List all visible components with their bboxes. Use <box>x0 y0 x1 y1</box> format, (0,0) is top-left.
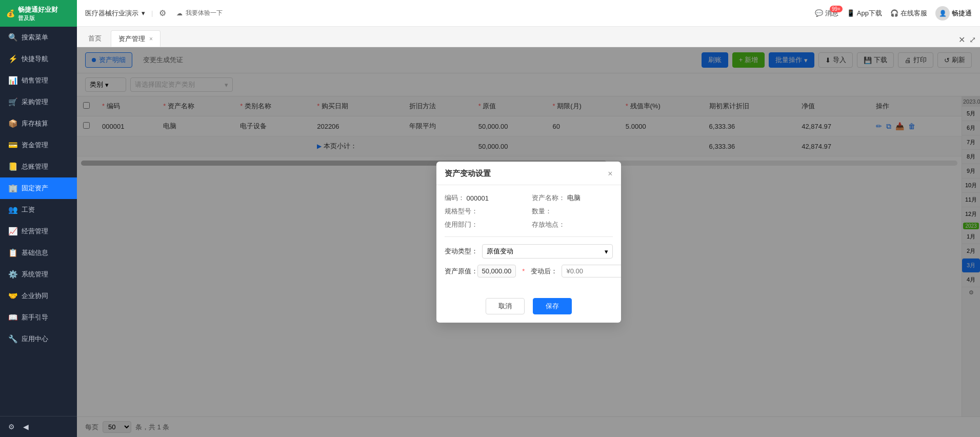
settings-icon[interactable]: ⚙ <box>8 423 15 431</box>
logo-sub: 普及版 <box>18 14 58 22</box>
chevron-down-icon: ▾ <box>605 248 608 255</box>
modal-spec-field: 规格型号： <box>445 207 526 216</box>
service-label: 在线客服 <box>901 9 927 18</box>
sidebar-nav: 🔍 搜索菜单 ⚡ 快捷导航 📊 销售管理 🛒 采购管理 📦 库存核算 💳 资金管… <box>0 27 77 416</box>
change-type-label: 变动类型： <box>445 247 478 256</box>
sidebar-label-2: 销售管理 <box>22 76 48 85</box>
topbar: 医疗器械行业演示 ▾ | ⚙ ☁ 我要体验一下 💬 消息 99+ 📱 App下载… <box>77 0 980 27</box>
notification-btn[interactable]: 💬 消息 99+ <box>815 9 838 18</box>
sidebar-item-6[interactable]: 📒 总账管理 <box>0 156 77 177</box>
sidebar-item-13[interactable]: 📖 新手引导 <box>0 307 77 328</box>
sidebar-logo: 💰 畅捷通好业财 普及版 <box>0 0 77 27</box>
user-btn[interactable]: 👤 畅捷通 <box>935 6 972 21</box>
sidebar-icon-1: ⚡ <box>8 54 17 64</box>
window-close-icon[interactable]: ✕ <box>958 35 965 45</box>
sidebar-label-13: 新手引导 <box>22 313 48 322</box>
modal-divider <box>445 236 613 237</box>
sidebar-icon-2: 📊 <box>8 76 17 85</box>
original-value-display: 50,000.00 <box>477 265 516 277</box>
sidebar-label-6: 总账管理 <box>22 162 48 171</box>
sidebar-label-1: 快捷导航 <box>22 54 48 64</box>
sidebar-item-4[interactable]: 📦 库存核算 <box>0 113 77 134</box>
logo-name: 畅捷通好业财 <box>18 5 58 14</box>
tab-close-icon[interactable]: × <box>149 35 153 43</box>
cancel-btn[interactable]: 取消 <box>486 298 525 314</box>
required-star: * <box>522 267 525 275</box>
sidebar-label-11: 系统管理 <box>22 270 48 279</box>
sidebar-item-14[interactable]: 🔧 应用中心 <box>0 328 77 350</box>
sidebar-icon-13: 📖 <box>8 313 17 322</box>
sidebar-label-8: 工资 <box>22 205 35 214</box>
sidebar: 💰 畅捷通好业财 普及版 🔍 搜索菜单 ⚡ 快捷导航 📊 销售管理 🛒 采购管理… <box>0 0 77 437</box>
location-label: 存放地点： <box>532 220 565 229</box>
sidebar-label-5: 资金管理 <box>22 141 48 150</box>
online-service-btn[interactable]: 🎧 在线客服 <box>890 9 927 18</box>
topbar-company[interactable]: 医疗器械行业演示 ▾ <box>85 9 145 18</box>
sidebar-item-3[interactable]: 🛒 采购管理 <box>0 91 77 113</box>
sidebar-item-12[interactable]: 🤝 企业协同 <box>0 285 77 307</box>
dropdown-icon: ▾ <box>142 9 145 17</box>
collapse-icon[interactable]: ◀ <box>23 423 29 431</box>
code-value: 000001 <box>467 194 489 202</box>
modal-quantity-field: 数量： <box>532 207 613 216</box>
sidebar-label-4: 库存核算 <box>22 119 48 128</box>
sidebar-label-12: 企业协同 <box>22 291 48 301</box>
sidebar-label-0: 搜索菜单 <box>22 33 48 42</box>
sidebar-icon-9: 📈 <box>8 227 17 236</box>
after-change-input[interactable] <box>562 265 621 277</box>
window-maximize-icon[interactable]: ⤢ <box>969 35 976 45</box>
sidebar-icon-0: 🔍 <box>8 33 17 42</box>
name-value: 电脑 <box>567 193 581 203</box>
app-download-label: App下载 <box>857 9 882 18</box>
quantity-label: 数量： <box>532 207 552 216</box>
app-download-btn[interactable]: 📱 App下载 <box>847 9 882 18</box>
tab-home-label: 首页 <box>88 34 102 43</box>
sidebar-item-1[interactable]: ⚡ 快捷导航 <box>0 48 77 70</box>
sidebar-item-11[interactable]: ⚙️ 系统管理 <box>0 264 77 285</box>
sidebar-icon-10: 📋 <box>8 248 17 257</box>
sidebar-icon-12: 🤝 <box>8 291 17 301</box>
sidebar-item-8[interactable]: 👥 工资 <box>0 199 77 221</box>
cloud-icon: ☁ <box>176 10 183 17</box>
original-value-label: 资产原值： <box>445 267 473 276</box>
company-name: 医疗器械行业演示 <box>85 9 138 18</box>
change-type-value: 原值变动 <box>487 247 513 256</box>
tab-asset-label: 资产管理 <box>118 34 145 44</box>
modal-title: 资产变动设置 <box>445 169 491 178</box>
sidebar-icon-8: 👥 <box>8 205 17 214</box>
sidebar-label-7: 固定资产 <box>22 184 48 193</box>
asset-change-modal: 资产变动设置 × 编码： 000001 资产名称： 电脑 <box>436 162 621 323</box>
change-type-select[interactable]: 原值变动 ▾ <box>482 244 613 259</box>
notification-icon: 💬 <box>815 9 823 17</box>
modal-footer: 取消 保存 <box>436 292 621 323</box>
sidebar-icon-14: 🔧 <box>8 334 17 344</box>
sidebar-item-10[interactable]: 📋 基础信息 <box>0 242 77 264</box>
modal-original-value-field: 资产原值： 50,000.00 * 变动后： <box>445 265 613 277</box>
modal-info-grid: 编码： 000001 资产名称： 电脑 规格型号： 数量： <box>445 193 613 229</box>
sidebar-item-5[interactable]: 💳 资金管理 <box>0 134 77 156</box>
modal-header: 资产变动设置 × <box>436 162 621 185</box>
avatar: 👤 <box>935 6 950 21</box>
sidebar-item-2[interactable]: 📊 销售管理 <box>0 70 77 91</box>
tab-home[interactable]: 首页 <box>81 30 109 47</box>
modal-body: 编码： 000001 资产名称： 电脑 规格型号： 数量： <box>436 185 621 292</box>
save-btn[interactable]: 保存 <box>533 298 572 314</box>
topbar-right: 💬 消息 99+ 📱 App下载 🎧 在线客服 👤 畅捷通 <box>815 6 972 21</box>
settings-icon[interactable]: ⚙ <box>159 8 166 18</box>
username: 畅捷通 <box>952 9 972 18</box>
sidebar-item-9[interactable]: 📈 经营管理 <box>0 221 77 242</box>
sidebar-item-7[interactable]: 🏢 固定资产 <box>0 177 77 199</box>
experience-btn[interactable]: ☁ 我要体验一下 <box>176 9 223 17</box>
sidebar-icon-6: 📒 <box>8 162 17 171</box>
name-label: 资产名称： <box>532 193 565 203</box>
modal-change-type-field: 变动类型： 原值变动 ▾ <box>445 244 613 259</box>
sidebar-icon-4: 📦 <box>8 119 17 128</box>
sidebar-icon-3: 🛒 <box>8 97 17 107</box>
sidebar-item-0[interactable]: 🔍 搜索菜单 <box>0 27 77 48</box>
modal-close-btn[interactable]: × <box>608 169 612 178</box>
main: 医疗器械行业演示 ▾ | ⚙ ☁ 我要体验一下 💬 消息 99+ 📱 App下载… <box>77 0 980 437</box>
sidebar-label-3: 采购管理 <box>22 97 48 107</box>
logo-icon: 💰 <box>6 9 15 17</box>
tab-asset-management[interactable]: 资产管理 × <box>111 30 161 47</box>
sidebar-icon-7: 🏢 <box>8 184 17 193</box>
